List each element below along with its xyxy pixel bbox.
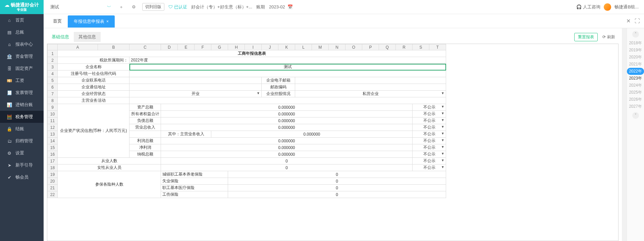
row-header[interactable]: 18 — [48, 164, 58, 171]
tab-annual-report[interactable]: 年报信息申报表 × — [68, 15, 115, 28]
nav-item-8[interactable]: 🧮税务管理 — [0, 111, 44, 123]
nav-item-4[interactable]: 🗄固定资产 — [0, 62, 44, 75]
close-icon[interactable]: × — [106, 19, 109, 24]
value-insurance[interactable]: 0 — [228, 178, 446, 185]
settings-button[interactable]: ⚙ — [129, 3, 138, 11]
input-phone[interactable] — [129, 77, 262, 84]
nav-item-5[interactable]: 💴工资 — [0, 75, 44, 87]
input-address[interactable] — [129, 84, 262, 91]
value-asset[interactable]: 0.000000 — [161, 124, 413, 131]
col-header[interactable]: A — [58, 44, 98, 50]
nav-item-13[interactable]: ✔畅会员 — [0, 171, 44, 183]
nav-item-9[interactable]: 🔒结账 — [0, 123, 44, 135]
select-disclosure[interactable]: 不公示▼ — [413, 111, 446, 117]
subtab-basic[interactable]: 基础信息 — [47, 32, 74, 42]
scrollbar-vertical[interactable] — [622, 28, 627, 241]
select-disclosure[interactable]: 不公示▼ — [413, 117, 446, 124]
input-main-biz[interactable] — [129, 97, 446, 104]
col-header[interactable]: E — [178, 44, 195, 50]
year-up-button[interactable]: ˄ — [632, 31, 639, 38]
select-disclosure[interactable]: 不公示▼ — [413, 104, 446, 111]
row-header[interactable]: 14 — [48, 138, 58, 144]
subtab-other[interactable]: 其他信息 — [74, 32, 101, 42]
row-header[interactable]: 13 — [48, 131, 58, 138]
row-header[interactable]: 17 — [48, 158, 58, 164]
row-header[interactable]: 10 — [48, 111, 58, 117]
select-disclosure[interactable]: 不公示▼ — [413, 124, 446, 131]
corner-cell[interactable] — [48, 44, 58, 50]
value-insurance[interactable]: 0 — [228, 191, 446, 198]
row-header[interactable]: 3 — [48, 64, 58, 70]
row-header[interactable]: 8 — [48, 97, 58, 104]
input-postcode[interactable] — [295, 84, 446, 91]
row-header[interactable]: 19 — [48, 171, 58, 178]
tab-home[interactable]: 首页 — [47, 14, 68, 28]
col-header[interactable]: N — [329, 44, 345, 50]
switch-old-button[interactable]: 切到旧版 — [142, 3, 164, 11]
value-main-rev[interactable]: 0.000000 — [211, 131, 413, 138]
year-option[interactable]: 2027年 — [627, 103, 644, 110]
period-value[interactable]: 2023-02 📅 — [269, 4, 293, 9]
col-header[interactable]: Q — [379, 44, 396, 50]
year-option[interactable]: 2019年 — [627, 47, 644, 54]
row-header[interactable]: 1 — [48, 50, 58, 57]
select-disclosure[interactable]: 不公示▼ — [413, 144, 446, 151]
col-header[interactable]: I — [245, 44, 262, 50]
nav-item-7[interactable]: 📊进销台账 — [0, 99, 44, 111]
row-header[interactable]: 22 — [48, 191, 58, 198]
row-header[interactable]: 20 — [48, 178, 58, 185]
select-disclosure[interactable]: 不公示▼ — [413, 138, 446, 144]
value-asset[interactable]: 0.000000 — [161, 144, 413, 151]
reset-report-button[interactable]: 重置报表 — [574, 33, 598, 41]
year-option[interactable]: 2024年 — [627, 82, 644, 89]
nav-item-11[interactable]: ⚙设置 — [0, 147, 44, 159]
nav-item-1[interactable]: ▤总账 — [0, 26, 44, 38]
select-disclosure[interactable]: 不公示▼ — [413, 158, 446, 164]
input-company-name[interactable]: 测试 — [129, 64, 446, 70]
spreadsheet[interactable]: ABCDEFGHIJKLMNOPQRST 1工商年报信息表2税款所属期间：202… — [47, 44, 619, 241]
col-header[interactable]: O — [345, 44, 362, 50]
value-insurance[interactable]: 0 — [228, 185, 446, 191]
year-option[interactable]: 2021年 — [627, 61, 644, 68]
row-header[interactable]: 6 — [48, 84, 58, 91]
row-header[interactable]: 12 — [48, 124, 58, 131]
select-holding[interactable]: 私营企业▼ — [295, 91, 446, 97]
nav-item-10[interactable]: 🗂归档管理 — [0, 135, 44, 147]
col-header[interactable]: H — [228, 44, 245, 50]
col-header[interactable]: L — [295, 44, 312, 50]
col-header[interactable]: S — [413, 44, 429, 50]
row-header[interactable]: 16 — [48, 151, 58, 158]
nav-item-0[interactable]: ⌂首页 — [0, 14, 44, 26]
row-header[interactable]: 7 — [48, 91, 58, 97]
year-down-button[interactable]: ˅ — [632, 112, 639, 119]
row-header[interactable]: 4 — [48, 70, 58, 77]
year-option[interactable]: 2026年 — [627, 96, 644, 103]
row-header[interactable]: 9 — [48, 104, 58, 111]
row-header[interactable]: 21 — [48, 185, 58, 191]
value-asset[interactable]: 0.000000 — [161, 111, 413, 117]
value-asset[interactable]: 0.000000 — [161, 104, 413, 111]
nav-item-2[interactable]: ⩍报表中心 — [0, 38, 44, 50]
row-header[interactable]: 5 — [48, 77, 58, 84]
col-header[interactable]: R — [396, 44, 413, 50]
row-header[interactable]: 2 — [48, 57, 58, 64]
support-link[interactable]: 🎧 人工咨询 — [576, 4, 600, 10]
year-option[interactable]: 2020年 — [627, 54, 644, 61]
nav-item-3[interactable]: 🏦资金管理 — [0, 50, 44, 62]
select-disclosure[interactable]: 不公示▼ — [413, 164, 446, 171]
value-asset[interactable]: 0.000000 — [161, 138, 413, 144]
user-name[interactable]: 畅捷通B组... — [614, 4, 639, 10]
close-all-button[interactable]: ✕ — [626, 18, 631, 24]
company-select[interactable]: 测试 ﹀ — [49, 2, 113, 12]
col-header[interactable]: F — [195, 44, 211, 50]
nav-item-12[interactable]: ➤新手引导 — [0, 159, 44, 171]
col-header[interactable]: G — [211, 44, 228, 50]
year-option[interactable]: 2018年 — [627, 40, 644, 47]
add-company-button[interactable]: ＋ — [117, 3, 125, 11]
value-insurance[interactable]: 0 — [228, 171, 446, 178]
select-disclosure[interactable]: 不公示▼ — [413, 151, 446, 158]
col-header[interactable]: C — [129, 44, 161, 50]
col-header[interactable]: T — [429, 44, 446, 50]
row-header[interactable]: 11 — [48, 117, 58, 124]
col-header[interactable]: M — [312, 44, 329, 50]
